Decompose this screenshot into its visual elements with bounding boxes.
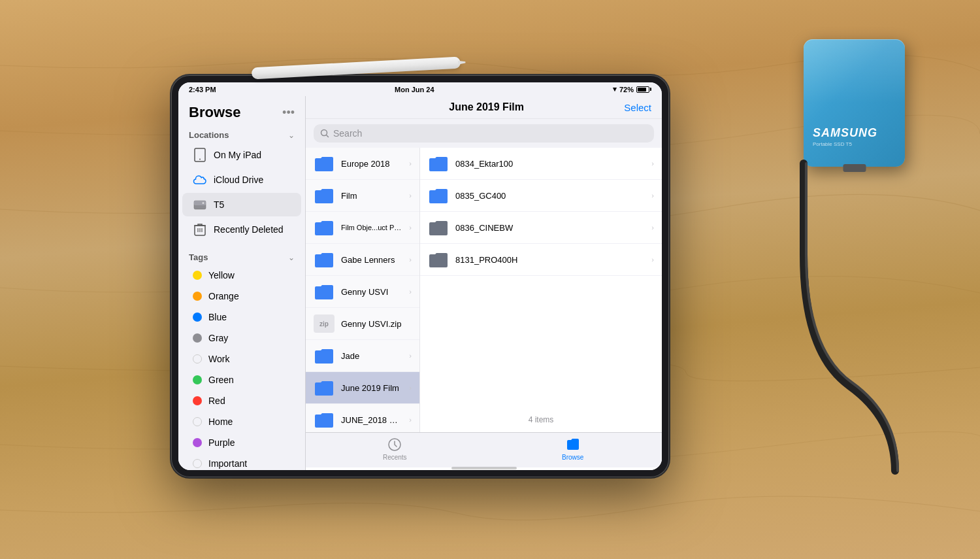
folder-item-june-2018-bc[interactable]: JUNE_2018 B&C › xyxy=(306,404,419,432)
recents-tab-label: Recents xyxy=(383,454,407,461)
home-label: Home xyxy=(208,416,233,427)
usb-cable xyxy=(751,157,934,484)
folder-item-genny-usvi[interactable]: Genny USVI › xyxy=(306,276,419,308)
ipad-device: 2:43 PM Mon Jun 24 ▾ 72% Browse ••• xyxy=(171,75,669,477)
yellow-tag-dot xyxy=(193,271,202,280)
folder-icon-0835 xyxy=(428,186,449,205)
sidebar-item-recently-deleted[interactable]: Recently Deleted xyxy=(182,218,301,241)
svg-point-1 xyxy=(199,159,201,160)
locations-chevron-icon[interactable]: ⌄ xyxy=(288,131,295,140)
orange-tag-dot xyxy=(193,292,202,301)
folder-icon-film-object xyxy=(314,218,335,237)
subfolder-item-0835[interactable]: 0835_GC400 › xyxy=(420,180,662,212)
subfolder-name-0836: 0836_CINEBW xyxy=(455,223,645,233)
folder-item-genny-usvi-zip[interactable]: zip Genny USVI.zip xyxy=(306,308,419,340)
status-day: Mon Jun 24 xyxy=(395,86,434,93)
select-button[interactable]: Select xyxy=(624,102,651,113)
samsung-brand: SAMSUNG xyxy=(813,126,877,140)
search-input-wrapper[interactable] xyxy=(314,124,654,143)
folder-name-jade: Jade xyxy=(341,351,402,361)
sidebar-item-important[interactable]: Important xyxy=(182,454,301,470)
subfolder-chevron-0836: › xyxy=(651,224,654,231)
work-tag-dot xyxy=(193,354,202,364)
sidebar: Browse ••• Locations ⌄ On xyxy=(178,96,306,470)
recently-deleted-label: Recently Deleted xyxy=(214,224,284,235)
gray-tag-dot xyxy=(193,333,202,343)
sidebar-item-on-my-ipad[interactable]: On My iPad xyxy=(182,143,301,167)
sidebar-item-gray[interactable]: Gray xyxy=(182,328,301,348)
subfolder-item-0834[interactable]: 0834_Ektar100 › xyxy=(420,148,662,180)
sidebar-item-work[interactable]: Work xyxy=(182,349,301,369)
sidebar-item-blue[interactable]: Blue xyxy=(182,307,301,327)
subfolder-chevron-0835: › xyxy=(651,192,654,199)
tab-browse[interactable]: Browse xyxy=(484,437,662,461)
purple-label: Purple xyxy=(208,437,235,448)
subfolder-item-8131[interactable]: 8131_PRO400H › xyxy=(420,244,662,276)
tab-recents[interactable]: Recents xyxy=(306,437,484,461)
folder-item-jade[interactable]: Jade › xyxy=(306,340,419,372)
icloud-label: iCloud Drive xyxy=(214,175,263,185)
folder-chevron-jade: › xyxy=(409,352,412,360)
recents-icon xyxy=(387,437,402,452)
folder-name-film: Film xyxy=(341,191,402,201)
purple-tag-dot xyxy=(193,438,202,447)
content-title: June 2019 Film xyxy=(349,101,624,113)
sidebar-item-icloud[interactable]: iCloud Drive xyxy=(182,168,301,192)
sidebar-item-red[interactable]: Red xyxy=(182,391,301,411)
search-input[interactable] xyxy=(333,128,647,139)
subfolder-chevron-0834: › xyxy=(651,160,654,167)
folder-icon-june-2018-bc xyxy=(314,411,335,429)
locations-section-header: Locations ⌄ xyxy=(178,125,305,143)
work-label: Work xyxy=(208,354,229,364)
trash-icon xyxy=(193,222,207,237)
home-tag-dot xyxy=(193,417,202,426)
home-indicator xyxy=(306,467,662,470)
right-panel: June 2019 Film Select xyxy=(306,96,662,470)
sidebar-item-t5[interactable]: T5 xyxy=(182,193,301,216)
folder-chevron-europe-2018: › xyxy=(409,160,412,167)
folder-name-june-2019-film: June 2019 Film xyxy=(341,383,402,393)
sidebar-item-home[interactable]: Home xyxy=(182,412,301,432)
gray-label: Gray xyxy=(208,333,228,343)
folder-icon-gabe-lenners xyxy=(314,250,335,269)
cloud-icon xyxy=(193,173,207,187)
tags-chevron-icon[interactable]: ⌄ xyxy=(288,253,295,262)
subfolder-name-8131: 8131_PRO400H xyxy=(455,255,645,265)
folder-chevron-film-object: › xyxy=(409,224,412,231)
sidebar-item-orange[interactable]: Orange xyxy=(182,286,301,306)
folder-item-june-2019-film[interactable]: June 2019 Film › xyxy=(306,372,419,404)
folder-icon-0834 xyxy=(428,154,449,173)
svg-point-4 xyxy=(203,202,204,204)
important-tag-dot xyxy=(193,459,202,468)
subfolder-chevron-8131: › xyxy=(651,256,654,263)
subfolder-item-0836[interactable]: 0836_CINEBW › xyxy=(420,212,662,244)
folder-item-gabe-lenners[interactable]: Gabe Lenners › xyxy=(306,244,419,276)
search-bar xyxy=(306,119,662,148)
orange-label: Orange xyxy=(208,291,239,301)
green-label: Green xyxy=(208,375,234,385)
folder-item-film-object[interactable]: Film Obje...uct Photos › xyxy=(306,212,419,244)
folder-icon-film xyxy=(314,186,335,205)
folder-name-film-object: Film Obje...uct Photos xyxy=(341,224,402,231)
folder-chevron-june-2018-bc: › xyxy=(409,416,412,424)
folder-name-genny-usvi-zip: Genny USVI.zip xyxy=(341,319,412,329)
tags-section-header: Tags ⌄ xyxy=(178,247,305,265)
locations-label: Locations xyxy=(189,130,229,140)
blue-tag-dot xyxy=(193,313,202,322)
folder-icon-europe-2018 xyxy=(314,154,335,173)
folder-icon-june-2019-film xyxy=(314,379,335,397)
subfolder-panel: 0834_Ektar100 › 0835_GC400 › xyxy=(420,148,662,432)
sidebar-item-yellow[interactable]: Yellow xyxy=(182,265,301,285)
subfolder-name-0835: 0835_GC400 xyxy=(455,191,645,201)
sidebar-item-green[interactable]: Green xyxy=(182,370,301,390)
tablet-icon xyxy=(193,148,207,162)
zip-icon: zip xyxy=(314,314,335,333)
search-icon xyxy=(320,129,329,138)
battery-icon xyxy=(636,86,651,93)
folder-item-film[interactable]: Film › xyxy=(306,180,419,212)
folder-icon-0836 xyxy=(428,218,449,237)
more-options-icon[interactable]: ••• xyxy=(282,106,295,120)
folder-chevron-genny-usvi: › xyxy=(409,288,412,296)
folder-item-europe-2018[interactable]: Europe 2018 › xyxy=(306,148,419,180)
sidebar-item-purple[interactable]: Purple xyxy=(182,433,301,452)
